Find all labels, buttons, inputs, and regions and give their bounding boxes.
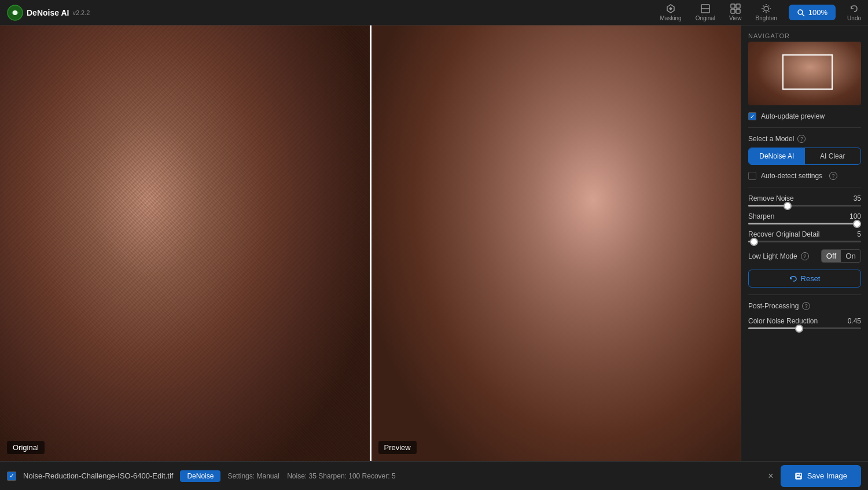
original-icon [700,3,711,14]
status-params: Noise: 35 Sharpen: 100 Recover: 5 [287,472,395,480]
svg-point-17 [798,10,803,14]
auto-update-checkbox[interactable] [748,112,756,120]
svg-rect-4 [731,4,735,8]
masking-tool[interactable]: Masking [660,3,681,21]
color-noise-track[interactable] [748,327,861,329]
svg-line-16 [763,11,764,12]
svg-rect-7 [736,9,740,13]
svg-line-13 [763,6,764,7]
brighten-tool[interactable]: Brighten [756,3,777,21]
recover-detail-track[interactable] [748,241,861,242]
auto-update-label: Auto-update preview [761,112,825,120]
header: DeNoise AI v2.2.2 Masking Original [0,0,868,25]
original-tool[interactable]: Original [696,3,715,21]
preview-panel: Preview [372,25,741,461]
sharpen-header: Sharpen 100 [748,212,861,220]
denoise-ai-button[interactable]: DeNoise AI [749,148,805,164]
sharpen-label: Sharpen [748,212,774,220]
sharpen-thumb [853,220,861,228]
model-title-label: Select a Model [748,135,794,143]
svg-rect-6 [731,9,735,13]
status-settings: Settings: Manual Noise: 35 Sharpen: 100 … [227,472,761,480]
low-light-help-icon[interactable]: ? [801,252,809,260]
brighten-icon [761,3,771,14]
sharpen-row: Sharpen 100 [748,212,861,224]
recover-detail-thumb [750,238,758,246]
undo-label: Undo [847,15,861,21]
reset-button[interactable]: Reset [748,270,861,288]
auto-update-row: Auto-update preview [748,112,861,120]
zoom-button[interactable]: 100% [789,5,836,20]
low-light-on-button[interactable]: On [841,250,860,262]
undo-button[interactable]: Undo [847,3,861,21]
image-area[interactable]: Original Preview [0,25,741,461]
navigator-section: NAVIGATOR [748,32,861,105]
remove-noise-header: Remove Noise 35 [748,194,861,202]
remove-noise-value: 35 [854,194,861,202]
recover-detail-header: Recover Original Detail 5 [748,230,861,238]
status-close-button[interactable]: × [768,471,773,481]
color-noise-row: Color Noise Reduction 0.45 [748,317,861,329]
view-icon [730,3,741,14]
model-help-icon[interactable]: ? [797,135,806,143]
save-image-button[interactable]: Save Image [781,465,861,487]
view-tool[interactable]: View [729,3,742,21]
sliders-section: Remove Noise 35 Sharpen 100 [748,194,861,242]
sharpen-fill [748,223,861,224]
reset-label: Reset [801,274,821,283]
header-tools: Masking Original View [660,3,777,21]
original-label: Original [696,15,715,21]
image-compare: Original Preview [0,25,741,461]
svg-line-14 [768,11,770,12]
brighten-label: Brighten [756,15,777,21]
auto-detect-row: Auto-detect settings ? [748,172,861,180]
recover-detail-label: Recover Original Detail [748,230,819,238]
remove-noise-row: Remove Noise 35 [748,194,861,207]
original-label: Original [7,441,45,454]
app-version: v2.2.2 [72,9,90,16]
status-checkbox[interactable] [7,471,16,481]
logo-icon [7,5,23,21]
remove-noise-track[interactable] [748,205,861,207]
status-bar: Noise-Reduction-Challenge-ISO-6400-Edit.… [0,461,868,490]
auto-detect-label: Auto-detect settings [761,172,822,180]
divider-2 [748,187,861,187]
status-filename: Noise-Reduction-Challenge-ISO-6400-Edit.… [23,471,173,480]
reset-icon [789,275,797,283]
save-icon [795,472,803,480]
color-noise-label: Color Noise Reduction [748,317,818,325]
svg-point-1 [13,10,17,15]
auto-detect-checkbox[interactable] [748,172,756,180]
compare-divider[interactable] [370,25,372,461]
color-noise-header: Color Noise Reduction 0.45 [748,317,861,325]
preview-label: Preview [378,441,417,454]
svg-rect-21 [796,476,801,478]
post-processing-help-icon[interactable]: ? [802,302,810,310]
navigator-title: NAVIGATOR [748,32,861,39]
sidebar: NAVIGATOR Auto-update preview Select a M… [741,25,868,461]
svg-rect-5 [736,4,740,8]
sharpen-track[interactable] [748,223,861,224]
auto-detect-help-icon[interactable]: ? [829,172,837,180]
zoom-icon [797,9,805,17]
view-label: View [729,15,742,21]
ai-clear-button[interactable]: AI Clear [805,148,861,164]
color-noise-fill [748,327,799,329]
settings-manual-label: Settings: Manual [227,472,279,480]
model-buttons: DeNoise AI AI Clear [748,148,861,165]
undo-icon [849,3,859,14]
low-light-off-button[interactable]: Off [822,250,841,262]
low-light-label: Low Light Mode [748,252,797,260]
masking-icon [665,3,676,14]
denoise-badge[interactable]: DeNoise [180,470,220,482]
preview-image [372,25,741,461]
divider-3 [748,294,861,295]
navigator-viewport [782,54,833,90]
remove-noise-fill [748,205,788,207]
low-light-label-wrap: Low Light Mode ? [748,252,809,260]
color-noise-thumb [795,325,803,333]
navigator-thumbnail[interactable] [748,42,861,105]
main-content: Original Preview NAVIGATOR Auto-update p… [0,25,868,461]
low-light-toggle: Off On [821,249,861,263]
svg-line-15 [768,6,770,7]
